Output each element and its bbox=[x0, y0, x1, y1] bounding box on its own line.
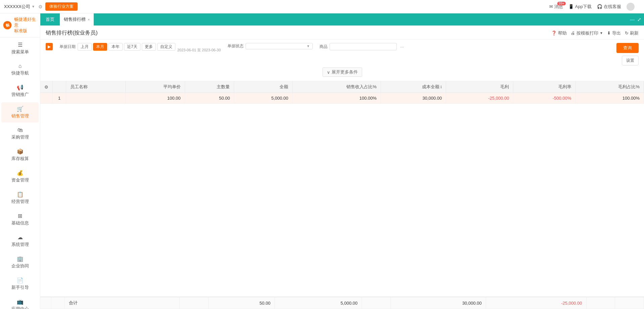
cell-sales-pct: 100.00% bbox=[293, 93, 381, 104]
table-header-row: ⚙ 员工名称 平均单价 主数量 全额 销售收入占比% 成本全额 ℹ 毛利 毛利率 bbox=[40, 81, 644, 93]
operation-icon: 📋 bbox=[17, 191, 24, 198]
footer-rank-cell bbox=[51, 297, 65, 309]
filter-status: 单据状态 ▼ bbox=[227, 43, 313, 49]
apps-icon: 📺 bbox=[17, 299, 24, 305]
sidebar-item-marketing[interactable]: 📢 营销推广 bbox=[1, 81, 39, 101]
sidebar-item-finance[interactable]: 💰 资金管理 bbox=[1, 166, 39, 187]
sidebar-label-basic: 基础信息 bbox=[11, 220, 29, 226]
footer-sales-pct-cell bbox=[362, 297, 391, 309]
sidebar-item-purchase[interactable]: 🛍 采购管理 bbox=[1, 124, 39, 144]
avatar[interactable] bbox=[627, 3, 635, 11]
maximize-icon[interactable]: ⤢ bbox=[637, 17, 641, 22]
table-area: ⚙ 员工名称 平均单价 主数量 全额 销售收入占比% 成本全额 ℹ 毛利 毛利率 bbox=[40, 81, 644, 297]
industry-btn[interactable]: 体验行业方案 bbox=[45, 2, 78, 11]
sidebar-item-sales[interactable]: 🛒 销售管理 bbox=[1, 102, 39, 122]
status-select[interactable]: ▼ bbox=[246, 43, 313, 49]
sidebar-item-inventory[interactable]: 📦 库存核算 bbox=[1, 145, 39, 165]
sidebar-item-operation[interactable]: 📋 经营管理 bbox=[1, 188, 39, 208]
date-btn-more[interactable]: 更多 bbox=[142, 43, 156, 51]
content-area: 首页 销售排行榜 × — ⤢ 销售排行榜(按业务员) ❓ 帮助 bbox=[40, 13, 644, 309]
filter-expand-arrow[interactable]: ▶ bbox=[46, 43, 53, 50]
table-footer: 合计 50.00 5,000.00 30,000.00 -25,000.00 bbox=[40, 297, 644, 309]
sidebar-item-basic[interactable]: ⊞ 基础信息 bbox=[1, 209, 39, 229]
cell-settings bbox=[40, 93, 53, 104]
col-settings[interactable]: ⚙ bbox=[40, 81, 53, 93]
col-avg-price: 平均单价 bbox=[125, 81, 185, 93]
help-btn[interactable]: ❓ 帮助 bbox=[551, 30, 567, 36]
refresh-btn[interactable]: ↻ 刷新 bbox=[625, 30, 639, 36]
export-btn[interactable]: ⬇ 导出 bbox=[607, 30, 621, 36]
tab-sales-ranking[interactable]: 销售排行榜 × bbox=[60, 13, 94, 25]
online-service-btn[interactable]: 🎧 在线客服 bbox=[597, 4, 621, 10]
sidebar-item-system[interactable]: ☁ 系统管理 bbox=[1, 231, 39, 251]
tab-close-icon[interactable]: × bbox=[88, 17, 90, 21]
footer-quantity-cell: 50.00 bbox=[208, 297, 274, 309]
sidebar-label-quick: 快捷导航 bbox=[11, 70, 29, 76]
tab-home[interactable]: 首页 bbox=[40, 13, 60, 25]
status-chevron-icon: ▼ bbox=[306, 44, 310, 48]
print-btn[interactable]: 🖨 按模板打印 ▼ bbox=[571, 30, 603, 36]
sidebar-label-inventory: 库存核算 bbox=[11, 156, 29, 162]
expand-more-btn[interactable]: ∨ 展开更多条件 bbox=[323, 67, 362, 77]
cost-info-icon[interactable]: ℹ bbox=[440, 85, 442, 89]
date-btn-last-month[interactable]: 上月 bbox=[78, 43, 92, 51]
home-icon: ⌂ bbox=[18, 63, 22, 69]
app-download-btn[interactable]: 📱 App下载 bbox=[568, 4, 592, 10]
cell-gross: -25,000.00 bbox=[446, 93, 513, 104]
cell-name bbox=[66, 93, 126, 104]
message-btn[interactable]: ✉ 消息 99+ bbox=[549, 4, 563, 10]
date-buttons: 上月 本月 本年 近7天 更多 自定义 bbox=[78, 43, 175, 51]
filter-arrow-icon[interactable]: ▶ bbox=[46, 43, 53, 50]
logo-text: 畅捷通好生意 标准版 bbox=[14, 17, 37, 34]
cell-avg-price: 100.00 bbox=[125, 93, 185, 104]
sidebar-label-operation: 经营管理 bbox=[11, 199, 29, 205]
filter-section: ▶ 单据日期 上月 本月 本年 近7天 更多 自定义 bbox=[40, 40, 644, 81]
sidebar-item-quick[interactable]: ⌂ 快捷导航 bbox=[1, 60, 39, 80]
data-table: ⚙ 员工名称 平均单价 主数量 全额 销售收入占比% 成本全额 ℹ 毛利 毛利率 bbox=[40, 81, 644, 104]
sidebar-label-search: 搜索菜单 bbox=[11, 49, 29, 55]
search-menu-icon: ☰ bbox=[18, 42, 23, 48]
sidebar-item-enterprise[interactable]: 🏢 企业协同 bbox=[1, 252, 39, 272]
footer-gross-rate-cell bbox=[586, 297, 615, 309]
svg-text:畅: 畅 bbox=[6, 23, 9, 28]
sidebar-label-finance: 资金管理 bbox=[11, 177, 29, 183]
company-name: XXXXXX公司 bbox=[4, 4, 30, 10]
sidebar-label-marketing: 营销推广 bbox=[11, 92, 29, 98]
logo-icon: 畅 bbox=[3, 20, 12, 31]
sidebar-label-apps: 应用中心 bbox=[11, 306, 29, 309]
expand-chevron-icon: ∨ bbox=[327, 70, 330, 75]
sidebar-item-guide[interactable]: 📄 新手引导 bbox=[1, 274, 39, 294]
date-btn-custom[interactable]: 自定义 bbox=[157, 43, 175, 51]
print-label: 按模板打印 bbox=[576, 30, 598, 36]
filter-right-actions: 查询 设置 bbox=[616, 43, 639, 65]
col-cost: 成本全额 ℹ bbox=[381, 81, 446, 93]
sidebar-logo: 畅 畅捷通好生意 标准版 bbox=[0, 13, 40, 38]
sidebar-item-search[interactable]: ☰ 搜索菜单 bbox=[1, 38, 39, 58]
goods-input[interactable] bbox=[330, 43, 397, 50]
sidebar-label-guide: 新手引导 bbox=[11, 285, 29, 291]
setting-btn[interactable]: 设置 bbox=[622, 56, 639, 65]
table-row: 1 100.00 50.00 5,000.00 100.00% 30,000.0… bbox=[40, 93, 644, 104]
sidebar: 畅 畅捷通好生意 标准版 ☰ 搜索菜单 ⌂ 快捷导航 📢 营销推广 🛒 销售管理… bbox=[0, 13, 40, 309]
date-btn-this-month[interactable]: 本月 bbox=[93, 43, 107, 51]
sidebar-item-apps[interactable]: 📺 应用中心 bbox=[1, 295, 39, 309]
basic-icon: ⊞ bbox=[18, 213, 22, 219]
date-btn-this-year[interactable]: 本年 bbox=[109, 43, 123, 51]
company-selector[interactable]: XXXXXX公司 ▼ bbox=[4, 4, 35, 10]
page-actions: ❓ 帮助 🖨 按模板打印 ▼ ⬇ 导出 ↻ 刷新 bbox=[551, 30, 639, 36]
cell-amount: 5,000.00 bbox=[234, 93, 293, 104]
query-btn[interactable]: 查询 bbox=[616, 43, 639, 53]
tab-home-label: 首页 bbox=[46, 16, 54, 22]
col-rank bbox=[53, 81, 66, 93]
filter-date: 单据日期 上月 本月 本年 近7天 更多 自定义 2023-06-01 至 20… bbox=[59, 43, 221, 51]
date-range-text: 2023-06-01 至 2023-06-30 bbox=[177, 48, 221, 53]
goods-more-icon[interactable]: ··· bbox=[400, 44, 404, 49]
date-btn-7days[interactable]: 近7天 bbox=[124, 43, 140, 51]
footer-settings-cell bbox=[40, 297, 51, 309]
date-filter-label: 单据日期 bbox=[59, 44, 76, 50]
cell-gross-pct: 100.00% bbox=[575, 93, 644, 104]
sales-icon: 🛒 bbox=[17, 106, 24, 112]
minimize-icon[interactable]: — bbox=[630, 17, 635, 22]
chevron-down-icon: ▼ bbox=[32, 5, 35, 8]
settings-icon[interactable]: ⚙ bbox=[38, 4, 43, 9]
